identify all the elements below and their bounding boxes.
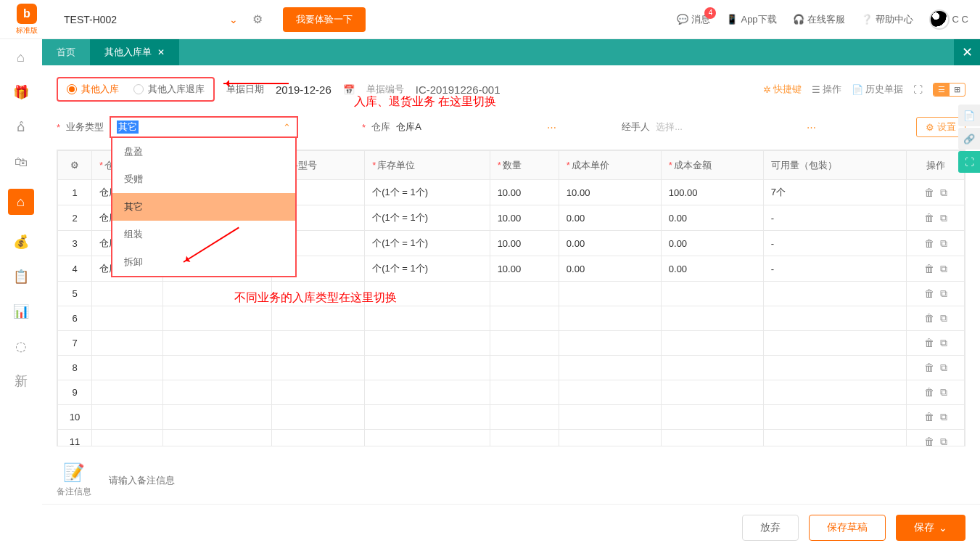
table-row[interactable]: 7 🗑⧉ <box>58 331 965 356</box>
delete-icon[interactable]: 🗑 <box>924 287 934 299</box>
org-name: TEST-H002 <box>64 14 117 25</box>
copy-icon[interactable]: ⧉ <box>940 362 947 373</box>
cta-button[interactable]: 我要体验一下 <box>283 7 366 32</box>
table-row[interactable]: 9 🗑⧉ <box>58 380 965 405</box>
table-row[interactable]: 11 🗑⧉ <box>58 430 965 447</box>
more-icon[interactable]: ⋯ <box>547 122 558 133</box>
dd-option-qita[interactable]: 其它 <box>112 193 295 221</box>
close-icon[interactable]: ✕ <box>157 47 165 57</box>
handler-field: 经手人 选择... ⋯ <box>622 121 818 134</box>
biztype-dropdown: 盘盈 受赠 其它 组装 拆卸 <box>111 138 297 277</box>
history-link[interactable]: 📄 历史单据 <box>852 83 903 96</box>
chevron-down-icon: ⌄ <box>229 14 238 25</box>
inbound-type-radio-group: 其他入库 其他入库退库 <box>57 77 215 102</box>
more-icon[interactable]: ⋯ <box>807 122 818 133</box>
copy-icon[interactable]: ⧉ <box>940 436 947 446</box>
messages-link[interactable]: 💬 消息 4 <box>677 13 710 26</box>
handler-select[interactable]: 选择... <box>656 121 801 134</box>
delete-icon[interactable]: 🗑 <box>924 386 934 398</box>
chevron-up-icon: ⌃ <box>283 122 291 133</box>
tab-home[interactable]: 首页 <box>42 39 90 65</box>
sidebar-clipboard-icon[interactable]: 📋 <box>13 269 29 285</box>
delete-icon[interactable]: 🗑 <box>924 337 934 348</box>
delete-icon[interactable]: 🗑 <box>924 187 934 198</box>
org-selector[interactable]: TEST-H002 ⌄ <box>64 14 238 25</box>
warehouse-field: * 仓库 仓库A ⋯ <box>362 121 558 134</box>
view-grid-icon[interactable]: ⊞ <box>950 83 965 96</box>
copy-icon[interactable]: ⧉ <box>940 237 947 249</box>
save-draft-button[interactable]: 保存草稿 <box>809 515 886 541</box>
app-download-link[interactable]: 📱 App下载 <box>726 13 776 26</box>
sidebar-home-icon[interactable]: ⌂ <box>13 49 29 65</box>
copy-icon[interactable]: ⧉ <box>940 411 947 423</box>
th-gear[interactable]: ⚙ <box>58 151 92 180</box>
close-all-tabs[interactable]: ✕ <box>954 39 980 65</box>
warehouse-value[interactable]: 仓库A <box>396 121 541 134</box>
copy-icon[interactable]: ⧉ <box>940 263 947 274</box>
help-icon: ❔ <box>861 14 873 25</box>
radio-icon <box>133 84 144 94</box>
date-value[interactable]: 2019-12-26 <box>276 83 332 96</box>
date-label: 单据日期 <box>226 83 264 96</box>
message-icon: 💬 <box>677 14 688 25</box>
copy-icon[interactable]: ⧉ <box>940 312 947 324</box>
form-row-2: * 业务类型 其它 ⌃ 盘盈 受赠 其它 组装 拆卸 * 仓库 仓库 <box>57 116 965 138</box>
operation-link[interactable]: ☰ 操作 <box>812 83 841 96</box>
th-qty: *数量 <box>490 151 559 180</box>
delete-icon[interactable]: 🗑 <box>924 212 934 224</box>
biztype-select[interactable]: 其它 ⌃ 盘盈 受赠 其它 组装 拆卸 <box>110 116 298 138</box>
sidebar-warehouse-icon[interactable]: ⌂ <box>8 189 34 215</box>
discard-button[interactable]: 放弃 <box>742 515 799 541</box>
headset-icon: 🎧 <box>793 14 804 25</box>
dd-option-zuzhuang[interactable]: 组装 <box>112 221 295 248</box>
expand-icon[interactable]: ⛶ <box>913 84 923 95</box>
copy-icon[interactable]: ⧉ <box>940 212 947 224</box>
rail-link-icon[interactable]: 🔗 <box>958 128 980 150</box>
table-row[interactable]: 8 🗑⧉ <box>58 356 965 380</box>
gear-icon[interactable]: ⚙ <box>252 12 263 26</box>
delete-icon[interactable]: 🗑 <box>924 263 934 274</box>
delete-icon[interactable]: 🗑 <box>924 237 934 249</box>
copy-icon[interactable]: ⧉ <box>940 187 947 198</box>
sidebar-new-icon[interactable]: 新 <box>13 373 29 389</box>
online-service-link[interactable]: 🎧 在线客服 <box>793 13 845 26</box>
sidebar-bag-icon[interactable]: 🛍 <box>13 154 29 170</box>
logo[interactable]: b 标准版 <box>12 4 42 36</box>
remark-input[interactable] <box>103 469 965 491</box>
tab-other-inbound[interactable]: 其他入库单 ✕ <box>90 39 179 65</box>
radio-other-return[interactable]: 其他入库退库 <box>133 83 205 96</box>
dd-option-shouzeng[interactable]: 受赠 <box>112 166 295 193</box>
sidebar-gift-icon[interactable]: 🎁 <box>13 84 29 100</box>
save-button[interactable]: 保存 ⌄ <box>896 515 965 541</box>
delete-icon[interactable]: 🗑 <box>924 436 934 446</box>
th-available: 可用量（包装） <box>763 151 906 180</box>
user-menu[interactable]: C C <box>929 9 968 30</box>
calendar-icon[interactable]: 📅 <box>343 84 355 95</box>
rail-note-icon[interactable]: 📄 <box>958 105 980 126</box>
radio-other-inbound[interactable]: 其他入库 <box>67 83 119 96</box>
delete-icon[interactable]: 🗑 <box>924 312 934 324</box>
dd-option-chaixie[interactable]: 拆卸 <box>112 248 295 276</box>
header-right: 💬 消息 4 📱 App下载 🎧 在线客服 ❔ 帮助中心 C C <box>677 9 968 30</box>
delete-icon[interactable]: 🗑 <box>924 362 934 373</box>
sidebar-shop-icon[interactable]: ⌂̂ <box>13 119 29 135</box>
help-center-link[interactable]: ❔ 帮助中心 <box>861 13 913 26</box>
th-price: *成本单价 <box>559 151 661 180</box>
table-row[interactable]: 6 🗑⧉ <box>58 306 965 331</box>
delete-icon[interactable]: 🗑 <box>924 411 934 423</box>
sidebar-sync-icon[interactable]: ◌ <box>13 338 29 354</box>
avatar-icon <box>929 9 950 30</box>
copy-icon[interactable]: ⧉ <box>940 287 947 299</box>
view-list-icon[interactable]: ☰ <box>934 83 950 96</box>
table-row[interactable]: 5 🗑⧉ <box>58 282 965 306</box>
table-row[interactable]: 10 🗑⧉ <box>58 405 965 430</box>
copy-icon[interactable]: ⧉ <box>940 337 947 348</box>
sidebar-report-icon[interactable]: 📊 <box>13 303 29 319</box>
dd-option-panying[interactable]: 盘盈 <box>112 138 295 166</box>
copy-icon[interactable]: ⧉ <box>940 386 947 398</box>
sidebar-money-icon[interactable]: 💰 <box>13 234 29 250</box>
th-unit: *库存单位 <box>365 151 490 180</box>
th-ops: 操作 <box>907 151 965 180</box>
rail-expand-icon[interactable]: ⛶ <box>958 151 980 173</box>
shortcut-link[interactable]: ✲ 快捷键 <box>763 83 802 96</box>
